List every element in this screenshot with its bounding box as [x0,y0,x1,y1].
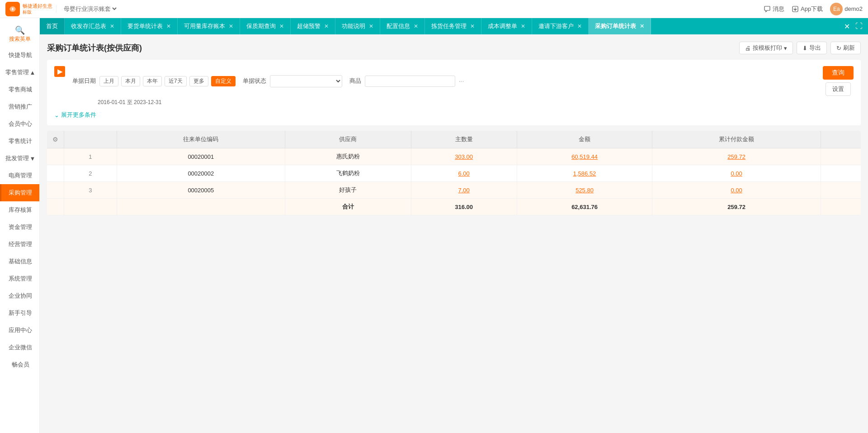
data-table-container: ⚙ 往来单位编码 供应商 主数量 金额 累计付款金额 [47,131,861,215]
td-paid-amount[interactable]: 259.72 [652,148,821,165]
tab-close-icon[interactable]: ✕ [521,23,525,29]
top-bar-right: 消息 App下载 Ea demo2 [764,3,863,15]
sidebar-item-operations[interactable]: 经营管理 [0,236,39,253]
tab-collection-summary[interactable]: 收发存汇总表 ✕ [65,18,121,34]
goods-search-ellipsis[interactable]: ··· [459,77,464,85]
td-supplier-name: 惠氏奶粉 [285,148,411,165]
td-row-num: 3 [64,182,117,199]
table-row: 1 00020001 惠氏奶粉 303.00 60,519.44 259.72 [47,148,861,165]
refresh-button[interactable]: ↻ 刷新 [830,42,861,54]
tab-available-inventory[interactable]: 可用量库存账本 ✕ [178,18,240,34]
date-btn-this-month[interactable]: 本月 [121,76,140,86]
tab-feature-desc[interactable]: 功能说明 ✕ [335,18,380,34]
sidebar-item-finance[interactable]: 资金管理 [0,219,39,236]
tab-validity-query[interactable]: 保质期查询 ✕ [240,18,291,34]
th-supplier-name: 供应商 [285,131,411,148]
tab-close-icon[interactable]: ✕ [470,23,475,29]
td-quantity[interactable]: 7.00 [411,182,517,199]
tab-config-info[interactable]: 配置信息 ✕ [380,18,425,34]
nav-tabs: 首页 收发存汇总表 ✕ 要货单统计表 ✕ 可用量库存账本 ✕ 保质期查询 ✕ 超… [40,18,868,34]
sidebar-item-enterprise[interactable]: 企业协同 [0,287,39,305]
sidebar-item-app-center[interactable]: 应用中心 [0,322,39,339]
refresh-icon: ↻ [836,45,841,52]
tab-close-icon[interactable]: ✕ [166,23,171,29]
tab-close-icon[interactable]: ✕ [640,23,644,29]
tfoot-label-cell [117,199,285,215]
tab-close-icon[interactable]: ✕ [324,23,329,29]
td-quantity[interactable]: 303.00 [411,148,517,165]
td-amount[interactable]: 60,519.44 [517,148,652,165]
tab-close-icon[interactable]: ✕ [229,23,233,29]
expand-more-btn[interactable]: ⌄ 展开更多条件 [54,111,854,119]
th-settings[interactable]: ⚙ [47,131,64,148]
tab-invite-downstream[interactable]: 邀请下游客户 ✕ [532,18,589,34]
settings-button[interactable]: 设置 [826,82,851,96]
tab-purchase-stats[interactable]: 采购订单统计表 ✕ [589,18,651,34]
sidebar-item-member2[interactable]: 畅会员 [0,356,39,373]
sidebar-item-retail-management[interactable]: 零售管理 ▲ [0,64,39,81]
sidebar-item-marketing[interactable]: 营销推广 [0,98,39,115]
sidebar-item-enterprise-wechat[interactable]: 企业微信 [0,339,39,356]
filter-date-buttons: 上月 本月 本年 近7天 更多 自定义 [99,76,236,86]
tab-picking-task[interactable]: 拣货任务管理 ✕ [425,18,481,34]
print-button[interactable]: 🖨 按模板打印 ▾ [739,42,793,54]
td-quantity[interactable]: 6.00 [411,165,517,182]
tfoot-quantity: 316.00 [411,199,517,215]
tab-close-icon[interactable]: ✕ [577,23,582,29]
sidebar-item-retail-mall[interactable]: 零售商城 [0,81,39,98]
sidebar-item-inventory[interactable]: 库存核算 [0,201,39,219]
date-btn-more[interactable]: 更多 [189,76,208,86]
date-btn-last-7days[interactable]: 近7天 [165,76,187,86]
workspace-select[interactable]: 母婴行业演示账套 [62,5,118,13]
close-tab-btn[interactable]: ✕ [842,22,852,31]
sidebar-item-ecommerce[interactable]: 电商管理 [0,167,39,184]
sidebar-item-wholesale[interactable]: 批发管理 ▼ [0,150,39,167]
th-supplier-code: 往来单位编码 [117,131,285,148]
td-supplier-code: 00020005 [117,182,285,199]
tab-cost-adjust[interactable]: 成本调整单 ✕ [481,18,532,34]
query-button[interactable]: 查询 [823,66,854,80]
date-btn-last-month[interactable]: 上月 [99,76,118,86]
filter-date-item: 单据日期 上月 本月 本年 近7天 更多 自定义 [72,76,236,86]
td-paid-amount[interactable]: 0.00 [652,182,821,199]
filter-toggle-btn[interactable]: ▶ [54,66,65,77]
tfoot-settings-cell [47,199,64,215]
tab-close-icon[interactable]: ✕ [279,23,284,29]
sidebar-item-retail-stats[interactable]: 零售统计 [0,133,39,150]
status-select[interactable] [270,75,342,87]
td-amount[interactable]: 525.80 [517,182,652,199]
date-btn-custom[interactable]: 自定义 [211,76,236,86]
tab-overstock-warning[interactable]: 超储预警 ✕ [291,18,335,34]
chevron-down-icon: ▾ [784,45,787,52]
sidebar-search-label: 搜索英单 [3,35,37,43]
td-empty [821,148,861,165]
export-button[interactable]: ⬇ 导出 [797,42,827,54]
sidebar-item-purchase[interactable]: 采购管理 [0,184,39,201]
date-btn-this-year[interactable]: 本年 [143,76,162,86]
tab-close-icon[interactable]: ✕ [110,23,114,29]
sidebar-item-basic-info[interactable]: 基础信息 [0,253,39,270]
sidebar-item-member[interactable]: 会员中心 [0,115,39,133]
tfoot-empty [821,199,861,215]
sidebar-item-system[interactable]: 系统管理 [0,270,39,287]
td-paid-amount[interactable]: 0.00 [652,165,821,182]
maximize-tab-btn[interactable]: ⛶ [854,22,864,30]
table-header-row: ⚙ 往来单位编码 供应商 主数量 金额 累计付款金额 [47,131,861,148]
td-amount[interactable]: 1,586.52 [517,165,652,182]
sidebar-search[interactable]: 🔍 搜索英单 [0,22,39,47]
tab-close-icon[interactable]: ✕ [414,23,418,29]
goods-input[interactable] [365,76,455,87]
app-download-button[interactable]: App下载 [792,5,823,13]
tab-home[interactable]: 首页 [40,18,65,34]
workspace-title[interactable]: 母婴行业演示账套 [56,5,118,13]
tab-goods-stats[interactable]: 要货单统计表 ✕ [121,18,178,34]
user-profile[interactable]: Ea demo2 [830,3,863,15]
td-settings [47,165,64,182]
sidebar-item-new-guide[interactable]: 新手引导 [0,305,39,322]
sidebar-item-quick-nav[interactable]: 快捷导航 [0,47,39,64]
message-button[interactable]: 消息 [764,5,784,13]
tab-close-icon[interactable]: ✕ [369,23,373,29]
main-content: 首页 收发存汇总表 ✕ 要货单统计表 ✕ 可用量库存账本 ✕ 保质期查询 ✕ 超… [40,18,868,433]
column-settings-icon[interactable]: ⚙ [52,136,58,143]
page-title: 采购订单统计表(按供应商) [47,43,142,53]
